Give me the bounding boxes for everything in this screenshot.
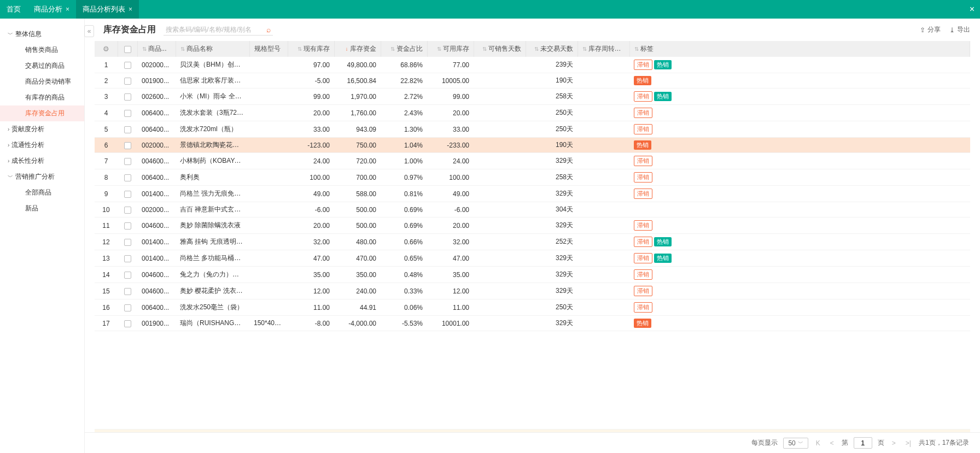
share-button[interactable]: ⇪分享: [920, 25, 941, 34]
search-icon[interactable]: ⌕: [266, 25, 271, 34]
col-spec[interactable]: 规格型号: [249, 41, 288, 57]
cell-pct: 0.69%: [381, 202, 427, 217]
checkbox[interactable]: [124, 207, 131, 214]
pager-last-button[interactable]: >|: [903, 439, 913, 447]
cell-checkbox: [118, 57, 137, 73]
search-input[interactable]: [166, 26, 264, 33]
checkbox[interactable]: [124, 320, 131, 327]
col-checkbox[interactable]: [118, 41, 137, 57]
col-stock[interactable]: 现有库存: [288, 41, 334, 57]
table-row[interactable]: 5006400...洗发水720ml（瓶）33.00943.091.30%33.…: [95, 121, 970, 138]
sidebar-item[interactable]: 库存资金占用: [0, 105, 84, 121]
sidebar-item[interactable]: 销售类商品: [0, 42, 84, 58]
table-row[interactable]: 6002000...景德镇北欧陶瓷花瓶摆件 仿-123.00750.001.04…: [95, 138, 970, 153]
cell-code: 002600...: [137, 89, 176, 105]
checkbox[interactable]: [124, 174, 131, 181]
col-sale-days[interactable]: 可销售天数: [474, 41, 526, 57]
collapse-sidebar-button[interactable]: «: [84, 25, 94, 37]
col-avail[interactable]: 可用库存: [427, 41, 474, 57]
checkbox[interactable]: [124, 239, 131, 246]
checkbox[interactable]: [124, 272, 131, 279]
sidebar-item[interactable]: 新品: [0, 201, 84, 216]
table-row[interactable]: 17001900...瑞尚（RUISHANG）卧室卧150*40厘米-8.00-…: [95, 316, 970, 331]
checkbox[interactable]: [124, 46, 131, 53]
sidebar-group-growth[interactable]: ›成长性分析: [0, 153, 84, 169]
table-row[interactable]: 2001900...信思家 北欧客厅装饰画卧室-5.0016,500.8422.…: [95, 73, 970, 89]
top-tab[interactable]: 商品分析列表×: [76, 0, 139, 19]
table-row[interactable]: 15004600...奥妙 樱花柔护 洗衣凝珠 1012.00240.000.3…: [95, 283, 970, 299]
sidebar-item[interactable]: 商品分类动销率: [0, 74, 84, 90]
sidebar-group-circulation[interactable]: ›流通性分析: [0, 137, 84, 153]
cell-checkbox: [118, 138, 137, 153]
cell-sale-days: [474, 89, 526, 105]
checkbox[interactable]: [124, 288, 131, 295]
sidebar-group-contribution[interactable]: ›贡献度分析: [0, 121, 84, 137]
pager-prev-button[interactable]: <: [828, 439, 836, 447]
col-tag[interactable]: 标签: [629, 41, 970, 57]
table-row[interactable]: 8006400...奥利奥100.00700.000.97%100.00258天…: [95, 169, 970, 186]
cell-pct: 0.97%: [381, 169, 427, 186]
checkbox[interactable]: [124, 110, 131, 117]
table-row[interactable]: 7004600...小林制药（KOBAYASHI）日24.00720.001.0…: [95, 153, 970, 169]
close-icon[interactable]: ×: [66, 5, 69, 13]
table-row[interactable]: 12001400...雅高 挂钩 无痕透明粘钩 强32.00480.000.66…: [95, 234, 970, 250]
pager-page-input[interactable]: [854, 437, 872, 449]
cell-spec: [249, 250, 288, 267]
checkbox[interactable]: [124, 78, 131, 85]
col-code[interactable]: 商品...: [137, 41, 176, 57]
sidebar-item[interactable]: 有库存的商品: [0, 90, 84, 105]
table-row[interactable]: 10002000...吉百 禅意新中式玄关摆件客-6.00500.000.69%…: [95, 202, 970, 217]
export-button[interactable]: ⤓导出: [949, 25, 970, 34]
table-row[interactable]: 1002000...贝汉美（BHM）创意北欧玄97.0049,800.0068.…: [95, 57, 970, 73]
close-all-icon[interactable]: ×: [970, 0, 975, 19]
sidebar-group-overall[interactable]: ﹀整体信息: [0, 26, 84, 42]
cell-avail: 20.00: [427, 105, 474, 121]
checkbox[interactable]: [124, 62, 131, 69]
col-gear[interactable]: ⚙: [95, 41, 118, 57]
cell-tags: 滞销: [629, 267, 970, 283]
cell-checkbox: [118, 121, 137, 138]
col-turnover[interactable]: 库存周转天数: [578, 41, 629, 57]
top-tab[interactable]: 商品分析×: [27, 0, 76, 19]
table-row[interactable]: 14004600...兔之力（兔の力）粘毛器粘35.00350.000.48%3…: [95, 267, 970, 283]
checkbox[interactable]: [124, 304, 131, 311]
sidebar-item[interactable]: 全部商品: [0, 185, 84, 201]
cell-pct: 1.00%: [381, 153, 427, 169]
cell-tags: 热销: [629, 316, 970, 331]
col-pct[interactable]: 资金占比: [381, 41, 427, 57]
cell-fund: 16,500.84: [334, 73, 381, 89]
pager-next-button[interactable]: >: [890, 439, 898, 447]
checkbox[interactable]: [124, 255, 131, 262]
search-field[interactable]: ⌕: [164, 24, 273, 36]
sidebar-group-label: 营销推广分析: [15, 172, 55, 181]
sidebar-item[interactable]: 交易过的商品: [0, 58, 84, 74]
cell-sale-days: [474, 57, 526, 73]
table-row[interactable]: 3002600...小米（MI）雨伞 全自动折叠99.001,970.002.7…: [95, 89, 970, 105]
col-name[interactable]: 商品名称: [176, 41, 249, 57]
table-row[interactable]: 13001400...尚格兰 多功能马桶刷套装 马47.00470.000.65…: [95, 250, 970, 267]
col-notxn[interactable]: 未交易天数: [526, 41, 578, 57]
top-tab[interactable]: 首页: [0, 0, 27, 19]
checkbox[interactable]: [124, 126, 131, 133]
pager-first-button[interactable]: K: [814, 439, 822, 447]
cell-sale-days: [474, 153, 526, 169]
close-icon[interactable]: ×: [129, 5, 132, 13]
cell-spec: [249, 105, 288, 121]
checkbox[interactable]: [124, 158, 131, 165]
cell-sale-days: [474, 121, 526, 138]
table-row[interactable]: 9001400...尚格兰 强力无痕免打孔浴室49.00588.000.81%4…: [95, 186, 970, 202]
checkbox[interactable]: [124, 93, 131, 101]
col-fund[interactable]: ↓库存资金: [334, 41, 381, 57]
checkbox[interactable]: [124, 222, 131, 230]
table-row[interactable]: 16006400...洗发水250毫兰（袋）11.0044.910.06%11.…: [95, 299, 970, 316]
chevron-right-icon: ›: [8, 158, 9, 164]
page-size-select[interactable]: 50﹀: [783, 438, 808, 449]
cell-sale-days: [474, 267, 526, 283]
checkbox[interactable]: [124, 191, 131, 198]
cell-avail: 24.00: [427, 153, 474, 169]
checkbox[interactable]: [124, 142, 131, 149]
sidebar-group-marketing[interactable]: ﹀营销推广分析: [0, 169, 84, 185]
table-row[interactable]: 11004600...奥妙 除菌除螨洗衣液20.00500.000.69%20.…: [95, 217, 970, 234]
cell-index: 6: [95, 138, 118, 153]
table-row[interactable]: 4006400...洗发水套装（3瓶720ml+1瓶20.001,760.002…: [95, 105, 970, 121]
